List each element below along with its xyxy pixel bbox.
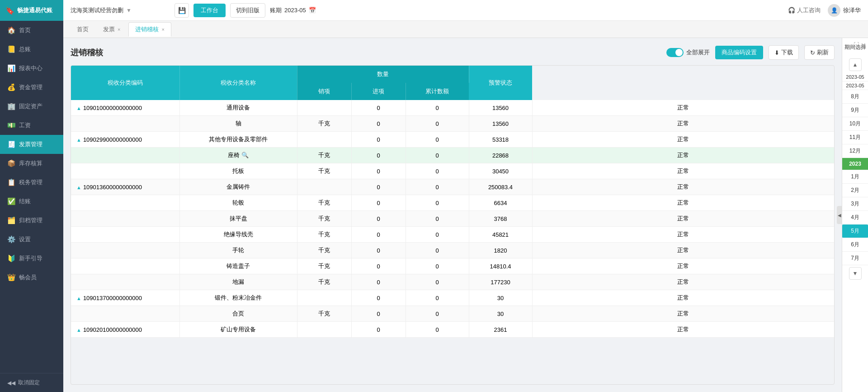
sidebar-label-2: 报表中心 [19, 64, 42, 72]
company-selector[interactable]: 沈海英测试经营勿删 ▼ [71, 6, 170, 14]
table-row: ▲109020100000000000 矿山专用设备 0 0 2361 正常 [71, 322, 834, 338]
sidebar-cancel-fixed[interactable]: ◀◀ 取消固定 [0, 373, 63, 392]
cell-warning: 正常 [532, 290, 834, 306]
month-item-2月[interactable]: 2月 [842, 184, 868, 197]
period-value: 2023-05 [284, 7, 306, 14]
download-icon: ⬇ [774, 49, 779, 56]
cell-warning: 正常 [532, 179, 834, 195]
period-label: 账期 [270, 6, 282, 14]
panel-down-button[interactable]: ▼ [849, 267, 862, 280]
cell-purchase: 0 [406, 116, 469, 132]
month-item-2023[interactable]: 2023 [842, 158, 868, 170]
sidebar-item-发票管理[interactable]: 🧾发票管理 [0, 135, 63, 154]
content-area: 进销稽核 全部展开 商品编码设置 ⬇ 下载 ↻ 刷 [63, 38, 868, 392]
month-item-12月[interactable]: 12月 [842, 144, 868, 158]
month-item-3月[interactable]: 3月 [842, 197, 868, 211]
cell-total: 22868 [469, 148, 532, 163]
cell-code [71, 258, 179, 274]
month-item-5月[interactable]: 5月 [842, 225, 868, 238]
user-menu[interactable]: 👤 徐泽华 [828, 4, 861, 17]
calendar-icon[interactable]: 📅 [309, 7, 316, 14]
table-row: ▲109013700000000000 锻件、粉末冶金件 0 0 30 正常 [71, 290, 834, 306]
sidebar-icon-7: 📦 [7, 159, 15, 167]
sidebar-item-新手引导[interactable]: 🔰新手引导 [0, 249, 63, 268]
month-item-10月[interactable]: 10月 [842, 117, 868, 131]
month-item-8月[interactable]: 8月 [842, 90, 868, 104]
cell-name: 手轮 [179, 243, 297, 258]
expand-toggle[interactable]: 全部展开 [666, 48, 710, 57]
sidebar-label-13: 畅会员 [19, 273, 37, 282]
table-row: 抹平盘 千克 0 0 3768 正常 [71, 211, 834, 227]
expand-panel-button[interactable]: ⛶ [854, 42, 859, 48]
sidebar-icon-0: 🏠 [7, 26, 15, 34]
month-item-4月[interactable]: 4月 [842, 211, 868, 225]
sidebar-item-报表中心[interactable]: 📊报表中心 [0, 59, 63, 78]
month-item-1月[interactable]: 1月 [842, 170, 868, 184]
cell-purchase: 0 [406, 132, 469, 148]
cell-sales: 0 [351, 322, 406, 338]
cell-total: 6634 [469, 195, 532, 211]
sidebar-item-税务管理[interactable]: 📋税务管理 [0, 173, 63, 192]
cell-purchase: 0 [406, 227, 469, 243]
refresh-button[interactable]: ↻ 刷新 [804, 45, 835, 60]
tab-发票[interactable]: 发票× [97, 23, 127, 36]
period-header-1[interactable]: 2023-05 [842, 73, 868, 81]
month-item-7月[interactable]: 7月 [842, 252, 868, 265]
sidebar-item-归档管理[interactable]: 🗂️归档管理 [0, 211, 63, 230]
search-icon[interactable]: 🔍 [241, 152, 249, 158]
panel-up-button[interactable]: ▲ [849, 58, 862, 71]
cell-warning: 正常 [532, 211, 834, 227]
sidebar-label-0: 首页 [19, 26, 31, 34]
switch-thumb [675, 49, 683, 56]
refresh-icon: ↻ [810, 49, 815, 56]
workbench-button[interactable]: 工作台 [193, 4, 226, 17]
month-item-11月[interactable]: 11月 [842, 131, 868, 144]
tab-进销稽核[interactable]: 进销稽核× [128, 22, 171, 37]
sidebar-item-库存核算[interactable]: 📦库存核算 [0, 154, 63, 173]
cell-code: ▲109010000000000000 [71, 100, 179, 116]
sidebar-item-资金管理[interactable]: 💰资金管理 [0, 78, 63, 97]
sidebar-item-结账[interactable]: ✅结账 [0, 192, 63, 211]
switch-version-button[interactable]: 切到旧版 [230, 3, 265, 18]
save-button[interactable]: 💾 [175, 3, 189, 18]
tab-首页[interactable]: 首页 [71, 23, 95, 36]
sidebar-item-设置[interactable]: ⚙️设置 [0, 230, 63, 249]
main-table: 税收分类编码 税收分类名称 数量 预警状态 销项 进项 累计数额 ▲109010… [71, 66, 834, 338]
close-panel-button[interactable]: ✕ [861, 42, 866, 49]
th-tax-code: 税收分类编码 [71, 66, 179, 100]
cell-unit [297, 179, 351, 195]
tab-close-1[interactable]: × [118, 27, 120, 32]
sidebar-item-工资[interactable]: 💵工资 [0, 116, 63, 135]
tab-close-2[interactable]: × [161, 27, 164, 32]
panel-collapse-button[interactable]: ◀ [837, 206, 842, 224]
month-item-9月[interactable]: 9月 [842, 104, 868, 117]
cell-code: ▲109013700000000000 [71, 290, 179, 306]
download-button[interactable]: ⬇ 下载 [769, 45, 799, 60]
sidebar-label-7: 库存核算 [19, 159, 42, 167]
cell-code: ▲109029900000000000 [71, 132, 179, 148]
period-header-2[interactable]: 2023-05 [842, 81, 868, 90]
cell-unit: 千克 [297, 274, 351, 290]
cell-code [71, 227, 179, 243]
cell-name: 轮毂 [179, 195, 297, 211]
month-item-6月[interactable]: 6月 [842, 238, 868, 252]
sidebar-item-固定资产[interactable]: 🏢固定资产 [0, 97, 63, 116]
cell-purchase: 0 [406, 100, 469, 116]
refresh-label: 刷新 [817, 48, 829, 57]
product-code-button[interactable]: 商品编码设置 [715, 46, 763, 59]
cell-code [71, 148, 179, 163]
table-row: 手轮 千克 0 0 1820 正常 [71, 243, 834, 258]
sidebar-item-首页[interactable]: 🏠首页 [0, 21, 63, 40]
service-button[interactable]: 🎧 人工咨询 [788, 6, 821, 14]
sidebar-label-5: 工资 [19, 121, 31, 129]
cell-warning: 正常 [532, 306, 834, 322]
sidebar-label-3: 资金管理 [19, 83, 42, 91]
cell-unit [297, 100, 351, 116]
cell-code [71, 211, 179, 227]
cell-unit [297, 290, 351, 306]
switch-track[interactable] [666, 48, 684, 57]
sidebar-item-畅会员[interactable]: 👑畅会员 [0, 268, 63, 287]
sidebar-item-总账[interactable]: 📒总账 [0, 40, 63, 59]
cell-total: 13560 [469, 116, 532, 132]
sidebar: 🔖 畅捷通易代账 🏠首页📒总账📊报表中心💰资金管理🏢固定资产💵工资🧾发票管理📦库… [0, 0, 63, 392]
